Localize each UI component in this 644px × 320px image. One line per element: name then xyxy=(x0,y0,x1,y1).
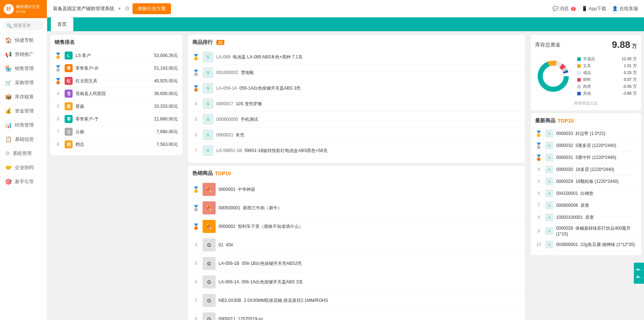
hot-product-row: 6 G LA-056-1A 056-1A白色按键开关盖ABS 3克 xyxy=(192,273,521,291)
nav-icon: 📦 xyxy=(5,94,12,100)
rank-number: 7 xyxy=(54,129,62,134)
new-product-row: 7 G 000800008 原查 xyxy=(535,200,637,212)
bronze-medal-icon: 🥉 xyxy=(192,223,200,230)
donut-svg xyxy=(535,58,571,94)
inventory-title: 库存总资金 xyxy=(535,42,561,48)
float-btn-直播[interactable]: 直播 xyxy=(634,278,644,284)
legend-item: 半成品12.45 万 xyxy=(577,56,637,62)
sidebar-item-快捷导航[interactable]: 🏠快捷导航 xyxy=(0,33,47,48)
nav-icon: 🎯 xyxy=(5,179,12,185)
legend-value: 12.45 万 xyxy=(621,56,637,62)
product-ranking-title: 商品排行 22 xyxy=(192,39,521,46)
legend-value: 0.07 万 xyxy=(624,77,637,82)
rank-number: 4 xyxy=(192,101,200,106)
rank-number: 6 xyxy=(192,279,200,284)
product-info: LA-59651-1B 59651-1B旋转投影灯电池盒ABS黑色+58克 xyxy=(216,148,521,154)
hot-products-title: 热销商品 TOP10 xyxy=(192,170,521,177)
sidebar-item-经营管理[interactable]: 📊经营管理 xyxy=(0,118,47,132)
product-info: 0000017 10S 变刑罗猴 xyxy=(216,101,521,107)
hot-product-row: 8 G 0000011 12070519-xs xyxy=(192,310,521,320)
product-image: G xyxy=(203,114,213,125)
legend-dot xyxy=(577,71,581,75)
customer-rank-row: 8 档 档总 7,563.00元 xyxy=(54,138,178,151)
product-info: 000800005 手机测试 xyxy=(216,116,521,123)
customer-value: 7,563.00元 xyxy=(156,141,178,148)
sidebar-item-新手引导[interactable]: 🎯新手引导 xyxy=(0,175,47,189)
message-button[interactable]: 💬 消息 6 xyxy=(553,5,576,12)
product-info: 004100001 白钢垫 xyxy=(556,190,637,197)
product-rank-row: 4 G 0000017 10S 变刑罗猴 xyxy=(192,96,521,112)
product-image: G xyxy=(545,241,553,249)
tab-home[interactable]: 首页 xyxy=(51,17,73,31)
sidebar-item-企业协同[interactable]: 🤝企业协同 xyxy=(0,161,47,175)
hot-product-row: 5 G LA-056-1B 056-1B白色按键开关壳ABS2壳 xyxy=(192,254,521,273)
product-info: 0000028 体械嘉枝味苏打饮品400毫升 (1*15) xyxy=(556,225,637,237)
silver-medal-icon: 🥈 xyxy=(192,205,200,212)
product-image: G xyxy=(545,165,553,173)
new-product-row: 6 G 004100001 白钢垫 xyxy=(535,188,637,200)
gold-medal-icon: 🥇 xyxy=(535,130,542,137)
hot-products-list: 🥇 🍖 0000001 中华神器 🥈 🍖 000500001 新西兰牛肉（新牛）… xyxy=(192,180,521,320)
customer-value: 53,006.26元 xyxy=(154,53,178,59)
sidebar-search-container[interactable]: 🔍 搜索菜单 xyxy=(0,18,47,33)
legend-item: 肉类-0.05 万 xyxy=(577,84,637,89)
float-btn-服务社区[interactable]: 服务社区 xyxy=(634,270,644,278)
customer-badge: 零 xyxy=(65,64,73,72)
sidebar-nav: 🏠快捷导航📢营销推广🏪销售管理🛒采购管理📦库存核算💰资金管理📊经营管理📋基础信息… xyxy=(0,33,47,189)
sidebar-item-库存核算[interactable]: 📦库存核算 xyxy=(0,90,47,104)
experience-button[interactable]: 体验行业方案 xyxy=(133,3,171,14)
inventory-card: 库存总资金 9.88 万 xyxy=(531,35,641,110)
product-info: LA-056-1A 056-1A白色按键开关盖ABS 3克 xyxy=(219,279,521,285)
customer-rank-row: 🥈 零 零售客户-许 51,183.00元 xyxy=(54,62,178,75)
legend-dot xyxy=(577,92,581,95)
customer-name: 星扬 xyxy=(76,103,151,110)
customer-value: 7,680.00元 xyxy=(156,129,178,135)
product-info: 0000032 5厘多层 (1220*2440) xyxy=(556,143,637,149)
sidebar-item-基础信息[interactable]: 📋基础信息 xyxy=(0,132,47,147)
sidebar-item-销售管理[interactable]: 🏪销售管理 xyxy=(0,62,47,76)
search-label: 搜索菜单 xyxy=(13,22,31,29)
product-image: G xyxy=(203,67,213,78)
product-image: G xyxy=(203,257,216,270)
rank-number: 7 xyxy=(192,298,200,303)
new-product-row: 10 G 003800001 22g鱼豆腐-烧烤味 (1*12*20) xyxy=(535,239,637,251)
product-ranking-card: 商品排行 22 🥇 G LA-089 电池盖 LA-089 ABS本色+黑种 7… xyxy=(188,35,525,163)
nav-icon: 📢 xyxy=(5,51,12,58)
legend-label: 成品 xyxy=(583,70,591,75)
nav-icon: 🤝 xyxy=(5,164,12,171)
new-products-card: 最新商品 TOP10 🥇 G 0000033 封边带 (1.0*22) 🥈 G … xyxy=(531,113,641,255)
inventory-unit: 万 xyxy=(632,43,637,49)
customer-rank-row: 7 云 云扬 7,680.00元 xyxy=(54,126,178,138)
dropdown-arrow-icon[interactable]: ▼ xyxy=(117,6,122,11)
center-panel: 商品排行 22 🥇 G LA-089 电池盖 LA-089 ABS本色+黑种 7… xyxy=(185,31,528,320)
sidebar-item-采购管理[interactable]: 🛒采购管理 xyxy=(0,76,47,90)
customer-service-button[interactable]: 👤 在线客服 xyxy=(612,5,638,12)
app-download-button[interactable]: 📱 App下载 xyxy=(582,5,606,12)
float-buttons: 客服热线服务社区直播 xyxy=(634,263,644,284)
legend-dot xyxy=(577,57,581,61)
logo-icon: 好 xyxy=(4,4,14,14)
customer-value: 33,333.00元 xyxy=(154,103,178,110)
sidebar-item-营销推广[interactable]: 📢营销推广 xyxy=(0,48,47,62)
legend-item: 其他-3.86 万 xyxy=(577,91,637,96)
customer-ranking-title: 销售排名 xyxy=(54,39,178,46)
product-info: LA-056-1A 056-1A白色按键开关盖ABS 3壳 xyxy=(216,85,521,91)
rank-number: 8 xyxy=(535,215,542,220)
new-product-row: 4 G 0000030 18多层 (1220*2440) xyxy=(535,164,637,176)
new-products-title: 最新商品 TOP10 xyxy=(535,118,637,124)
search-menu[interactable]: 🔍 搜索菜单 xyxy=(4,21,43,30)
rank-number: 5 xyxy=(192,261,200,266)
hot-product-row: 🥉 🍖 0000002 智利车子里（规格不知道填什么） xyxy=(192,217,521,236)
float-btn-客服热线[interactable]: 客服热线 xyxy=(634,263,644,270)
product-image: G xyxy=(203,238,216,251)
rank-number: 10 xyxy=(535,242,542,247)
legend-label: 肉类 xyxy=(583,84,591,89)
sidebar-item-资金管理[interactable]: 💰资金管理 xyxy=(0,104,47,118)
hot-products-card: 热销商品 TOP10 🥇 🍖 0000001 中华神器 🥈 🍖 00050000… xyxy=(188,166,525,320)
product-ranking-list: 🥇 G LA-089 电池盖 LA-089 ABS本色+黑种 7.1克 🥈 G … xyxy=(192,49,521,159)
settings-icon[interactable]: ⚙ xyxy=(125,5,130,12)
product-image: G xyxy=(203,145,213,156)
sidebar-item-系统管理[interactable]: ⚙系统管理 xyxy=(0,147,47,161)
bronze-medal-icon: 🥉 xyxy=(54,78,62,85)
customer-badge: 星 xyxy=(65,102,73,110)
